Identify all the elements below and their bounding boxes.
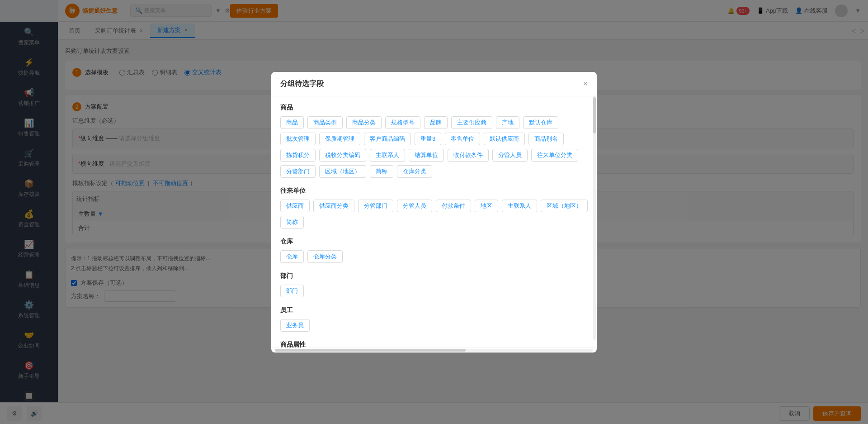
modal-scrollbar[interactable]: [593, 95, 596, 340]
field-tag-partner-7[interactable]: 区域（地区）: [541, 200, 588, 212]
field-tag-partner-5[interactable]: 地区: [475, 200, 498, 212]
field-select-modal: 分组待选字段 × 商品商品商品类型商品分类规格型号品牌主要供应商产地默认仓库批次…: [271, 72, 597, 353]
field-tag-product-0[interactable]: 商品: [280, 116, 304, 129]
field-tag-warehouse-1[interactable]: 仓库分类: [307, 250, 343, 263]
field-tag-partner-3[interactable]: 分管人员: [397, 200, 432, 212]
field-tag-partner-6[interactable]: 主联系人: [502, 200, 537, 212]
section-title-warehouse: 仓库: [280, 238, 588, 246]
field-tag-partner-2[interactable]: 分管部门: [358, 200, 393, 212]
field-tag-dept-0[interactable]: 部门: [280, 285, 304, 297]
bottom-scroll-thumb: [275, 349, 466, 352]
field-tag-product-11[interactable]: 重量3: [415, 133, 441, 145]
modal-body: 商品商品商品类型商品分类规格型号品牌主要供应商产地默认仓库批次管理保质期管理客户…: [271, 96, 597, 348]
scroll-thumb: [593, 97, 596, 133]
modal-overlay: 分组待选字段 × 商品商品商品类型商品分类规格型号品牌主要供应商产地默认仓库批次…: [0, 0, 868, 424]
section-title-dept: 部门: [280, 272, 588, 280]
field-tag-product-7[interactable]: 默认仓库: [523, 116, 558, 129]
field-tag-product-2[interactable]: 商品分类: [346, 116, 382, 129]
section-title-product-attr: 商品属性: [280, 341, 588, 348]
field-tag-product-18[interactable]: 结算单位: [409, 149, 444, 162]
section-dept: 部门部门: [280, 272, 588, 297]
section-title-partner: 往来单位: [280, 187, 588, 195]
field-tag-product-6[interactable]: 产地: [496, 116, 519, 129]
field-tag-product-3[interactable]: 规格型号: [385, 116, 420, 129]
modal-bottom-scrollbar: [271, 348, 597, 353]
section-title-employee: 员工: [280, 306, 588, 314]
field-tag-product-20[interactable]: 分管人员: [492, 149, 528, 162]
field-tag-product-5[interactable]: 主要供应商: [451, 116, 492, 129]
field-tag-product-19[interactable]: 收付款条件: [448, 149, 489, 162]
modal-title: 分组待选字段: [280, 79, 324, 89]
field-tag-product-15[interactable]: 拣货积分: [280, 149, 316, 162]
field-tag-product-8[interactable]: 批次管理: [280, 133, 316, 145]
field-tag-product-10[interactable]: 客户商品编码: [364, 133, 411, 145]
field-tag-product-16[interactable]: 税收分类编码: [319, 149, 366, 162]
field-grid-warehouse: 仓库仓库分类: [280, 250, 588, 263]
field-grid-dept: 部门: [280, 285, 588, 297]
field-grid-product: 商品商品类型商品分类规格型号品牌主要供应商产地默认仓库批次管理保质期管理客户商品…: [280, 116, 588, 178]
field-tag-partner-8[interactable]: 简称: [280, 216, 304, 229]
field-tag-product-9[interactable]: 保质期管理: [319, 133, 360, 145]
field-tag-employee-0[interactable]: 业务员: [280, 319, 310, 332]
section-partner: 往来单位供应商供应商分类分管部门分管人员付款条件地区主联系人区域（地区）简称: [280, 187, 588, 229]
field-grid-partner: 供应商供应商分类分管部门分管人员付款条件地区主联系人区域（地区）简称: [280, 200, 588, 229]
field-grid-employee: 业务员: [280, 319, 588, 332]
section-employee: 员工业务员: [280, 306, 588, 332]
field-tag-product-21[interactable]: 往来单位分类: [531, 149, 578, 162]
field-tag-product-13[interactable]: 默认供应商: [484, 133, 525, 145]
section-warehouse: 仓库仓库仓库分类: [280, 238, 588, 263]
field-tag-partner-0[interactable]: 供应商: [280, 200, 310, 212]
field-tag-product-17[interactable]: 主联系人: [370, 149, 405, 162]
field-tag-product-22[interactable]: 分管部门: [280, 165, 316, 178]
field-tag-product-12[interactable]: 零售单位: [445, 133, 480, 145]
modal-header: 分组待选字段 ×: [271, 72, 597, 96]
field-tag-product-25[interactable]: 仓库分类: [397, 165, 432, 178]
field-tag-product-23[interactable]: 区域（地区）: [319, 165, 366, 178]
field-tag-product-14[interactable]: 商品别名: [528, 133, 564, 145]
field-tag-warehouse-0[interactable]: 仓库: [280, 250, 304, 263]
field-tag-partner-1[interactable]: 供应商分类: [313, 200, 354, 212]
field-tag-partner-4[interactable]: 付款条件: [436, 200, 471, 212]
section-title-product: 商品: [280, 104, 588, 112]
modal-close-button[interactable]: ×: [583, 79, 588, 89]
section-product-attr: 商品属性属性颜色多规格尺码鞋码1: [280, 341, 588, 348]
field-tag-product-1[interactable]: 商品类型: [307, 116, 343, 129]
field-tag-product-4[interactable]: 品牌: [424, 116, 448, 129]
section-product: 商品商品商品类型商品分类规格型号品牌主要供应商产地默认仓库批次管理保质期管理客户…: [280, 104, 588, 178]
field-tag-product-24[interactable]: 简称: [370, 165, 393, 178]
